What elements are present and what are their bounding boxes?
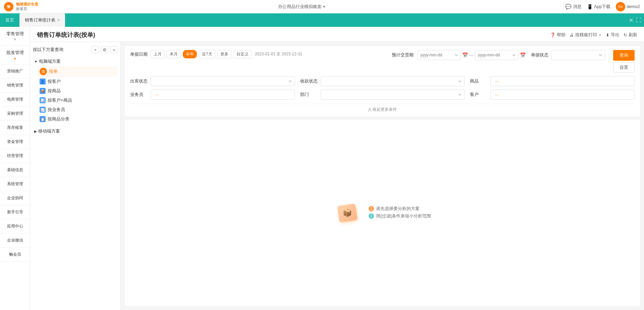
add-scheme-btn[interactable]: +: [92, 46, 99, 53]
receipt-status-label: 收款状态: [300, 78, 319, 84]
sidebar-item-member[interactable]: 畅会员: [0, 248, 30, 262]
message-icon: 💬: [565, 4, 572, 10]
customer-input[interactable]: ···: [490, 90, 635, 100]
settings-icon: ⚙: [103, 47, 107, 52]
tree-mobile-label: 移动端方案: [38, 128, 60, 134]
sidebar-item-sales-mgmt[interactable]: 销售管理: [0, 79, 30, 93]
customer-more-icon[interactable]: ···: [495, 92, 499, 97]
panel-header: 按以下方案查询 + ⚙ «: [33, 46, 118, 53]
topbar-center: 办公用品行业模拟账套 ▾: [278, 4, 325, 10]
refresh-btn[interactable]: ↻ 刷新: [624, 32, 637, 38]
suite-dropdown-icon[interactable]: ▾: [323, 4, 325, 9]
avatar: Ea: [616, 2, 625, 11]
window-expand-icon[interactable]: ⛶: [636, 17, 641, 23]
empty-state: 📦 1 请先选择要分析的方案 2 用[过滤]条件来缩小分析: [334, 200, 431, 226]
department-select[interactable]: [321, 90, 465, 100]
receipt-status-select[interactable]: [321, 76, 465, 86]
tree-parent-label: 电脑端方案: [39, 58, 61, 64]
message-btn[interactable]: 💬 消息: [565, 4, 582, 10]
export-btn[interactable]: ⬇ 导出: [606, 32, 620, 38]
status-label: 单据状态: [531, 52, 549, 58]
scheme-settings-btn[interactable]: ⚙: [101, 46, 108, 53]
tabbar-right: ✕ ⛶: [629, 17, 644, 23]
tab-home[interactable]: 首页: [0, 13, 19, 27]
scheme-icon-cg: 📊: [40, 97, 46, 103]
sidebar-item-wholesale[interactable]: 批发管理 ▲: [0, 46, 30, 64]
goods-more-icon[interactable]: ···: [495, 79, 499, 84]
sidebar-item-finance[interactable]: 资金管理: [0, 135, 30, 149]
sidebar-item-newuser[interactable]: 新手引导: [0, 205, 30, 219]
tree-parent-pc[interactable]: ▼ 电脑端方案: [33, 57, 118, 66]
department-field: 部门: [300, 90, 465, 100]
status-select[interactable]: [551, 50, 605, 60]
settings-btn[interactable]: 设置: [613, 62, 635, 73]
scheme-item-by-salesperson[interactable]: 📈 按业务员: [38, 105, 118, 114]
tab-sales-statistics[interactable]: 销售订单统计表 ×: [19, 13, 65, 27]
expected-date-start[interactable]: [417, 50, 461, 60]
collapse-filters-btn[interactable]: ⋀ 收起更多条件: [130, 104, 635, 112]
delivery-status-field: 出库状态: [130, 76, 295, 86]
scheme-item-by-category[interactable]: 📋 按商品分类: [38, 114, 118, 124]
search-btn[interactable]: 查询: [613, 50, 635, 61]
salesperson-input[interactable]: ···: [151, 90, 295, 100]
body-area: 按以下方案查询 + ⚙ « ▼ 电脑端方案 按: [30, 42, 644, 310]
topbar: 畅 畅捷通好生意 标签页 办公用品行业模拟账套 ▾ 💬 消息 📱 App下载 E…: [0, 0, 644, 13]
sidebar-item-inventory[interactable]: 库存核算: [0, 121, 30, 135]
date-btn-this-month[interactable]: 本月: [167, 50, 181, 58]
tabbar: 首页 销售订单统计表 × ✕ ⛶: [0, 13, 644, 27]
scheme-icon-order: 按: [40, 68, 47, 75]
scheme-item-by-goods[interactable]: 📦 按商品: [38, 86, 118, 96]
sidebar-item-corpwechat[interactable]: 企业微信: [0, 234, 30, 248]
help-btn[interactable]: ❓ 帮助: [550, 32, 566, 38]
app-subtitle: 标签页: [16, 7, 38, 11]
hint-2: 2 用[过滤]条件来缩小分析范围: [369, 213, 431, 219]
help-icon: ❓: [550, 33, 555, 38]
app-download-btn[interactable]: 📱 App下载: [587, 4, 610, 10]
sidebar-item-retail[interactable]: 零售管理 ▼: [0, 27, 30, 46]
sidebar-item-purchase[interactable]: 采购管理: [0, 107, 30, 121]
customer-field: 客户 ···: [470, 90, 635, 100]
tab-close-icon[interactable]: ×: [57, 18, 60, 22]
date-btn-last7days[interactable]: 近7天: [199, 50, 215, 58]
template-print-btn[interactable]: 🖨 按模板打印 ▼: [570, 32, 602, 38]
scheme-icon-goods: 📦: [40, 88, 46, 94]
sidebar-item-enterprise[interactable]: 企业协同: [0, 191, 30, 205]
window-close-icon[interactable]: ✕: [629, 17, 633, 23]
scheme-item-by-order[interactable]: 按 按单: [38, 66, 118, 77]
app-name: 畅捷通好生意: [16, 2, 38, 6]
date-btn-custom[interactable]: 自定义: [233, 50, 252, 58]
filter-area: 单据日期 上月 本月 本年 近7天 更多 自定义 2023-01-01 至 20…: [125, 46, 640, 116]
salesperson-more-icon[interactable]: ···: [155, 92, 159, 97]
tree-parent-mobile[interactable]: ▶ 移动端方案: [33, 126, 118, 136]
page-title: 销售订单统计表(按单): [37, 31, 95, 39]
empty-illustration: 📦: [334, 200, 361, 226]
salesperson-label: 业务员: [130, 92, 149, 98]
salesperson-field: 业务员 ···: [130, 90, 295, 100]
user-menu[interactable]: Ea demo2: [616, 2, 640, 11]
sidebar-item-appcenter[interactable]: 应用中心: [0, 219, 30, 234]
calendar-end-icon[interactable]: 📅: [520, 52, 526, 58]
sidebar-item-operations[interactable]: 经营管理: [0, 149, 30, 163]
sidebar-item-marketing[interactable]: 营销推广: [0, 64, 30, 79]
scheme-item-by-customer-goods[interactable]: 📊 按客户+商品: [38, 96, 118, 105]
expected-date-end[interactable]: [475, 50, 519, 60]
delivery-status-select[interactable]: [151, 76, 295, 86]
topbar-right: 💬 消息 📱 App下载 Ea demo2: [565, 2, 640, 11]
sidebar-item-ecommerce[interactable]: 电商管理: [0, 93, 30, 107]
sidebar-item-system[interactable]: 系统管理: [0, 177, 30, 191]
suite-title: 办公用品行业模拟账套: [278, 4, 322, 10]
goods-input[interactable]: ···: [490, 76, 635, 86]
tree-children-pc: 按 按单 👤 按客户 📦 按商品 📊 按客户+商品: [33, 66, 118, 124]
right-panel: 单据日期 上月 本月 本年 近7天 更多 自定义 2023-01-01 至 20…: [121, 42, 644, 310]
panel-header-icons: + ⚙ «: [92, 46, 118, 53]
scheme-item-by-customer[interactable]: 👤 按客户: [38, 77, 118, 86]
calendar-start-icon[interactable]: 📅: [462, 52, 468, 58]
date-btn-last-month[interactable]: 上月: [151, 50, 165, 58]
collapse-panel-btn[interactable]: «: [110, 46, 118, 53]
date-btn-more[interactable]: 更多: [217, 50, 231, 58]
date-btn-this-year[interactable]: 本年: [183, 50, 197, 58]
sidebar-item-basic[interactable]: 基础信息: [0, 163, 30, 177]
download-icon: 📱: [587, 4, 593, 9]
collapse-icon: ⋀: [368, 107, 371, 112]
scheme-icon-customer: 👤: [40, 79, 46, 85]
